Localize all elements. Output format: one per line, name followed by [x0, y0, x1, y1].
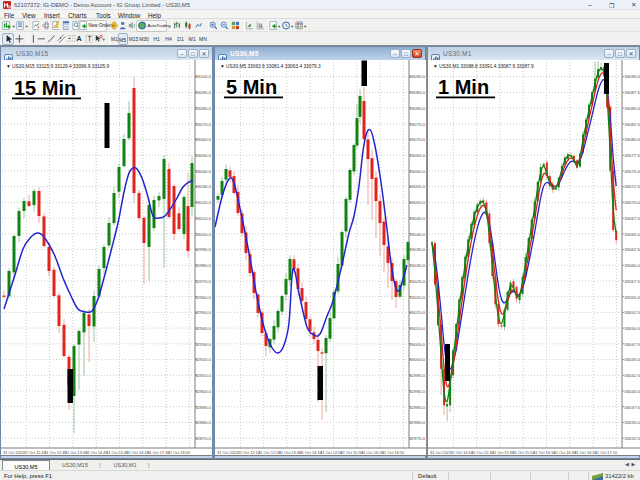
svg-text:33030.0: 33030.0: [409, 263, 425, 268]
svg-text:32960.0: 32960.0: [195, 295, 211, 300]
svg-text:33060.0: 33060.0: [409, 169, 425, 174]
svg-text:32975.0: 32975.0: [409, 436, 425, 441]
svg-text:33090.0: 33090.0: [624, 74, 640, 79]
svg-text:33070.0: 33070.0: [195, 122, 211, 127]
svg-text:33025.0: 33025.0: [409, 279, 425, 284]
svg-text:32940.0: 32940.0: [195, 326, 211, 331]
svg-text:33042.5: 33042.5: [624, 373, 640, 378]
svg-text:31 Oct 2022: 31 Oct 2022: [217, 450, 238, 455]
svg-text:33020.0: 33020.0: [409, 295, 425, 300]
svg-text:33052.5: 33052.5: [624, 310, 640, 315]
svg-text:33035.0: 33035.0: [624, 420, 640, 425]
svg-text:32870.0: 32870.0: [195, 436, 211, 441]
svg-text:33070.0: 33070.0: [624, 200, 640, 205]
svg-text:33062.5: 33062.5: [624, 247, 640, 252]
svg-text:31 Oct 2022: 31 Oct 2022: [430, 450, 451, 455]
svg-text:33065.0: 33065.0: [624, 232, 640, 237]
svg-text:31 Oct 2022: 31 Oct 2022: [3, 450, 24, 455]
svg-text:33035.0: 33035.0: [409, 247, 425, 252]
svg-text:15 Min: 15 Min: [14, 77, 76, 99]
svg-text:33067.5: 33067.5: [624, 216, 640, 221]
svg-text:32880.0: 32880.0: [195, 420, 211, 425]
svg-text:32995.0: 32995.0: [409, 373, 425, 378]
svg-text:32950.0: 32950.0: [195, 310, 211, 315]
svg-text:▼ US30,M5 33063.9 33081.4 3306: ▼ US30,M5 33063.9 33081.4 33063.4 33079.…: [220, 64, 321, 69]
svg-text:33020.0: 33020.0: [195, 200, 211, 205]
svg-text:▼ US30,M1 33088.8 33091.4 3308: ▼ US30,M1 33088.8 33091.4 33087.9 33087.…: [433, 64, 534, 69]
svg-text:31 Oct 18:45: 31 Oct 18:45: [168, 450, 190, 455]
svg-text:33047.5: 33047.5: [624, 342, 640, 347]
svg-text:33085.0: 33085.0: [409, 90, 425, 95]
svg-text:31 Oct 16:50: 31 Oct 16:50: [382, 450, 405, 455]
svg-text:32980.0: 32980.0: [195, 263, 211, 268]
svg-text:33040.0: 33040.0: [195, 169, 211, 174]
svg-text:32985.0: 32985.0: [409, 405, 425, 410]
svg-text:32900.0: 32900.0: [195, 389, 211, 394]
svg-text:31 Oct 13:45: 31 Oct 13:45: [65, 450, 87, 455]
svg-text:33015.0: 33015.0: [409, 310, 425, 315]
svg-text:33040.0: 33040.0: [409, 232, 425, 237]
svg-text:31 Oct 17:10: 31 Oct 17:10: [595, 450, 618, 455]
svg-text:33087.5: 33087.5: [624, 90, 640, 95]
svg-text:33040.0: 33040.0: [624, 389, 640, 394]
svg-text:33085.0: 33085.0: [624, 106, 640, 111]
svg-text:5 Min: 5 Min: [226, 76, 277, 98]
svg-text:31 Oct 16:45: 31 Oct 16:45: [127, 450, 149, 455]
svg-text:33060.0: 33060.0: [624, 263, 640, 268]
svg-text:33050.0: 33050.0: [409, 200, 425, 205]
svg-text:33072.5: 33072.5: [624, 184, 640, 189]
svg-text:33050.0: 33050.0: [195, 153, 211, 158]
svg-text:33000.0: 33000.0: [409, 357, 425, 362]
svg-text:33037.5: 33037.5: [624, 405, 640, 410]
svg-text:32970.0: 32970.0: [195, 279, 211, 284]
svg-text:33050.0: 33050.0: [624, 326, 640, 331]
svg-text:33080.0: 33080.0: [624, 137, 640, 142]
svg-text:33010.0: 33010.0: [195, 216, 211, 221]
svg-text:33045.0: 33045.0: [409, 216, 425, 221]
svg-text:1 Min: 1 Min: [438, 76, 489, 98]
svg-text:32920.0: 32920.0: [195, 357, 211, 362]
svg-text:32990.0: 32990.0: [409, 389, 425, 394]
svg-text:32990.0: 32990.0: [195, 247, 211, 252]
svg-text:31 Oct 15:45: 31 Oct 15:45: [106, 450, 128, 455]
svg-text:33005.0: 33005.0: [409, 342, 425, 347]
svg-text:33060.0: 33060.0: [195, 137, 211, 142]
svg-text:33010.0: 33010.0: [409, 326, 425, 331]
svg-text:32930.0: 32930.0: [195, 342, 211, 347]
svg-text:31 Oct 11:45: 31 Oct 11:45: [24, 450, 46, 455]
svg-text:31 Oct 12:45: 31 Oct 12:45: [44, 450, 66, 455]
svg-text:33065.0: 33065.0: [409, 153, 425, 158]
svg-text:32910.0: 32910.0: [195, 373, 211, 378]
svg-text:33090.0: 33090.0: [409, 74, 425, 79]
svg-text:33045.0: 33045.0: [624, 357, 640, 362]
svg-text:33082.5: 33082.5: [624, 122, 640, 127]
svg-text:33055.0: 33055.0: [409, 184, 425, 189]
svg-text:33075.0: 33075.0: [409, 122, 425, 127]
svg-text:33070.0: 33070.0: [409, 137, 425, 142]
svg-text:▼ US30,M15 33115.9 33129.4 330: ▼ US30,M15 33115.9 33129.4 33096.9 33105…: [6, 64, 109, 69]
svg-text:31 Oct 14:45: 31 Oct 14:45: [85, 450, 107, 455]
svg-text:33032.5: 33032.5: [624, 436, 640, 441]
svg-text:33077.5: 33077.5: [624, 153, 640, 158]
svg-text:33100.0: 33100.0: [195, 74, 211, 79]
svg-text:33000.0: 33000.0: [195, 232, 211, 237]
svg-text:33080.0: 33080.0: [409, 106, 425, 111]
svg-text:33080.0: 33080.0: [195, 106, 211, 111]
svg-text:31 Oct 17:45: 31 Oct 17:45: [147, 450, 169, 455]
svg-text:T: T: [87, 35, 91, 42]
svg-text:33030.0: 33030.0: [195, 184, 211, 189]
svg-text:33055.0: 33055.0: [624, 295, 640, 300]
svg-text:33075.0: 33075.0: [624, 169, 640, 174]
svg-text:32980.0: 32980.0: [409, 420, 425, 425]
svg-text:32890.0: 32890.0: [195, 405, 211, 410]
svg-text:33090.0: 33090.0: [195, 90, 211, 95]
svg-text:33057.5: 33057.5: [624, 279, 640, 284]
